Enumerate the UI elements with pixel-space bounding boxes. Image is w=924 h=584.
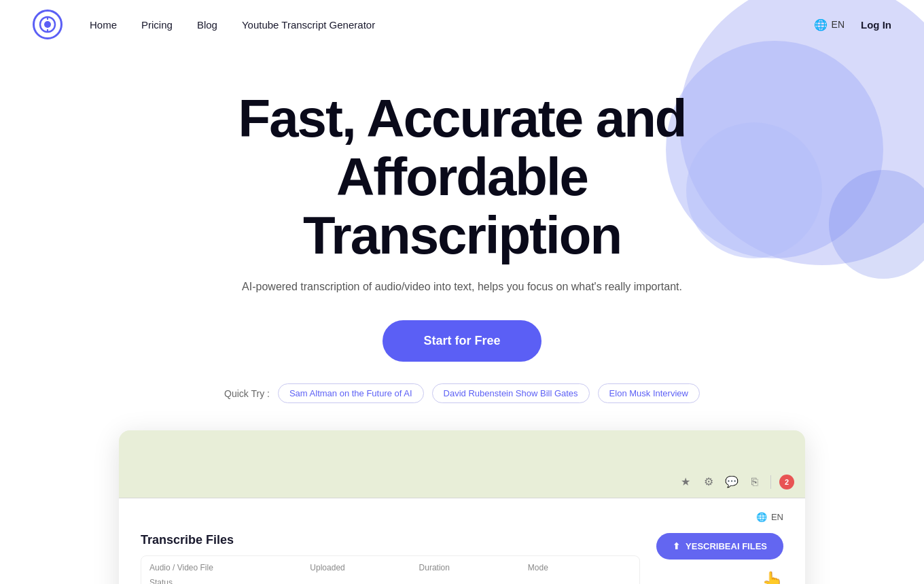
transcribe-title: Transcribe Files	[141, 533, 640, 547]
svg-point-1	[44, 21, 51, 28]
quick-tag-1[interactable]: David Rubenstein Show Bill Gates	[432, 383, 590, 403]
quick-tag-0[interactable]: Sam Altman on the Future of AI	[278, 383, 424, 403]
chat-icon: 💬	[724, 475, 739, 489]
quick-try-label: Quick Try :	[224, 388, 270, 399]
nav-pricing[interactable]: Pricing	[141, 19, 173, 31]
upload-icon: ⬆	[673, 541, 680, 551]
preview-right: ⬆ YESCRIBEAI FILES 👆	[656, 533, 783, 584]
start-free-button[interactable]: Start for Free	[383, 320, 541, 362]
preview-lang-row: 🌐 EN	[141, 512, 783, 522]
preview-main-row: Transcribe Files Audio / Video File Uplo…	[141, 533, 783, 584]
preview-left: Transcribe Files Audio / Video File Uplo…	[141, 533, 640, 584]
col-file: Audio / Video File	[149, 563, 304, 572]
logo-icon	[33, 10, 63, 39]
translate-icon: 🌐	[814, 18, 828, 31]
divider	[770, 475, 771, 489]
logo[interactable]	[33, 10, 63, 39]
settings-icon: ⚙	[701, 475, 716, 489]
preview-content: 🌐 EN Transcribe Files Audio / Video File…	[119, 498, 805, 584]
nav-home[interactable]: Home	[90, 19, 117, 31]
col-mode: Mode	[528, 563, 631, 572]
nav-youtube[interactable]: Youtube Transcript Generator	[242, 19, 375, 31]
browser-bar	[119, 430, 805, 466]
preview-lang-label: EN	[771, 512, 783, 522]
col-uploaded: Uploaded	[310, 563, 413, 572]
transcribe-table: Audio / Video File Uploaded Duration Mod…	[141, 555, 640, 584]
nav-links: Home Pricing Blog Youtube Transcript Gen…	[90, 19, 814, 31]
notification-badge: 2	[779, 475, 794, 489]
language-selector[interactable]: 🌐 EN	[814, 18, 845, 31]
quick-try-row: Quick Try : Sam Altman on the Future of …	[0, 383, 924, 403]
nav-blog[interactable]: Blog	[197, 19, 217, 31]
yescribeai-button[interactable]: ⬆ YESCRIBEAI FILES	[656, 533, 783, 560]
app-preview: ★ ⚙ 💬 ⎘ 2 🌐 EN Transcribe Files Audio / …	[119, 430, 805, 584]
col-duration: Duration	[419, 563, 522, 572]
preview-toolbar: ★ ⚙ 💬 ⎘ 2	[119, 466, 805, 498]
navigation: Home Pricing Blog Youtube Transcript Gen…	[0, 0, 924, 49]
table-header: Audio / Video File Uploaded Duration Mod…	[141, 556, 639, 584]
star-icon: ★	[678, 475, 693, 489]
preview-translate-icon: 🌐	[756, 512, 767, 522]
quick-tag-2[interactable]: Elon Musk Interview	[598, 383, 700, 403]
nav-right: 🌐 EN Log In	[814, 18, 891, 31]
login-button[interactable]: Log In	[861, 19, 891, 31]
cursor-icon: 👆	[762, 570, 783, 584]
hero-section: Fast, Accurate and Affordable Transcript…	[0, 49, 924, 430]
lang-label: EN	[832, 19, 845, 30]
hero-subtitle: AI-powered transcription of audio/video …	[0, 281, 924, 293]
hero-title: Fast, Accurate and Affordable Transcript…	[190, 90, 734, 264]
col-status: Status	[149, 578, 304, 584]
copy-icon: ⎘	[747, 475, 762, 489]
